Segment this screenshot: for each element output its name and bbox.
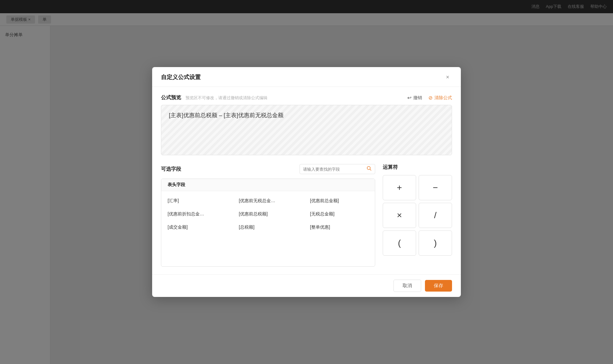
formula-preview-section: 公式预览 预览区不可修改，请通过撤销或清除公式编辑 ↩ 撤销 ⊘ 清除公式 [主… [161,94,452,155]
cancel-button[interactable]: 取消 [393,280,421,292]
search-icon [367,166,372,172]
fields-operators-section: 可选字段 表头字段 [汇率] [161,164,452,267]
operators-section: 运算符 + − × / ( ) [383,164,452,267]
formula-preview-hint: 预览区不可修改，请通过撤销或清除公式编辑 [186,95,267,101]
field-item[interactable]: [优惠前总金额] [304,194,375,208]
clear-formula-button[interactable]: ⊘ 清除公式 [428,95,452,101]
formula-expression: [主表]优惠前总税额 – [主表]优惠前无税总金额 [169,111,444,119]
close-button[interactable]: × [443,73,452,82]
modal-body: 公式预览 预览区不可修改，请通过撤销或清除公式编辑 ↩ 撤销 ⊘ 清除公式 [主… [152,87,461,274]
operator-open-paren[interactable]: ( [383,230,416,256]
fields-label: 可选字段 [161,166,181,173]
formula-preview-actions: ↩ 撤销 ⊘ 清除公式 [407,95,452,101]
formula-preview-label: 公式预览 [161,94,181,101]
fields-group-header: 表头字段 [161,179,375,191]
operators-label: 运算符 [383,164,452,171]
field-item[interactable]: [优惠前无税总金… [232,194,304,208]
clear-icon: ⊘ [428,95,433,101]
operator-close-paren[interactable]: ) [419,230,452,256]
search-box[interactable] [300,164,375,174]
operator-plus[interactable]: + [383,175,416,200]
formula-preview-header: 公式预览 预览区不可修改，请通过撤销或清除公式编辑 ↩ 撤销 ⊘ 清除公式 [161,94,452,101]
svg-line-1 [370,169,371,171]
field-item[interactable]: [优惠前折扣总金… [161,208,232,221]
save-button[interactable]: 保存 [425,280,452,292]
formula-preview-left: 公式预览 预览区不可修改，请通过撤销或清除公式编辑 [161,94,267,101]
fields-section: 可选字段 表头字段 [汇率] [161,164,375,267]
field-item[interactable]: [成交金额] [161,221,232,234]
field-item[interactable]: [无税总金额] [304,208,375,221]
fields-section-header: 可选字段 [161,164,375,174]
field-item[interactable]: [优惠前总税额] [232,208,304,221]
modal-footer: 取消 保存 [152,274,461,297]
operator-divide[interactable]: / [419,203,452,228]
fields-grid: [汇率] [优惠前无税总金… [优惠前总金额] [优惠前折扣总金… [优惠前总税… [161,191,375,237]
undo-button[interactable]: ↩ 撤销 [407,95,422,101]
field-item[interactable]: [总税额] [232,221,304,234]
operator-multiply[interactable]: × [383,203,416,228]
formula-dialog: 自定义公式设置 × 公式预览 预览区不可修改，请通过撤销或清除公式编辑 ↩ 撤销 [152,67,461,297]
field-item[interactable]: [整单优惠] [304,221,375,234]
modal-header: 自定义公式设置 × [152,67,461,87]
fields-table: 表头字段 [汇率] [优惠前无税总金… [优惠前总金额] [优惠前折扣总金… [… [161,179,375,267]
undo-icon: ↩ [407,95,411,101]
modal-title: 自定义公式设置 [161,73,201,81]
formula-preview-box: [主表]优惠前总税额 – [主表]优惠前无税总金额 [161,105,452,155]
operator-minus[interactable]: − [419,175,452,200]
operators-grid: + − × / ( ) [383,175,452,256]
search-input[interactable] [303,167,364,172]
field-item[interactable]: [汇率] [161,194,232,208]
